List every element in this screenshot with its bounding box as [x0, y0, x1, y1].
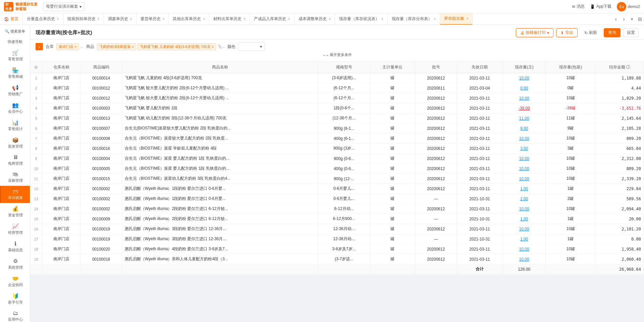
tab-close-mix[interactable]: × [130, 17, 132, 21]
search-menu-input[interactable]: 🔍 搜索菜单 [3, 28, 27, 35]
cell-unit: 罐 [370, 113, 415, 123]
tab-close-cost-adjust[interactable]: × [329, 17, 331, 21]
tab-close-current[interactable]: × [628, 13, 636, 25]
sidebar-item-wholesale[interactable]: 📦 批发管理 [0, 134, 30, 152]
cell-batch: 20200612 [415, 93, 457, 103]
tab-material-outbound[interactable]: 材料出库单历史 × [209, 13, 250, 25]
message-button[interactable]: ✉ 消息 [572, 4, 585, 9]
product-tag-close-0[interactable]: × [132, 45, 134, 49]
cell-amount: 809.20 [596, 133, 644, 144]
sidebar-item-retail-mall[interactable]: 🏪 零售商城 [0, 64, 30, 82]
tab-close-inventory-status[interactable]: × [381, 17, 383, 21]
enterprise-icon: 🤝 [12, 275, 19, 282]
tab-split-inventory[interactable]: 分量盘点单历史 × [23, 13, 63, 25]
cell-qty-main[interactable]: 10.00 [503, 93, 546, 103]
cell-qty-main[interactable]: 10.00 [503, 224, 546, 234]
search-menu-button[interactable]: 🔍 搜索菜单 [0, 25, 30, 38]
warehouse-tag-close-0[interactable]: × [74, 45, 76, 49]
sidebar-item-finance[interactable]: 💰 资金管理 [0, 203, 30, 220]
tab-cost-adjust[interactable]: 成本调整单历史 × [294, 13, 335, 25]
cell-qty-main[interactable]: 10.00 [503, 133, 546, 144]
sidebar-item-new-guide[interactable]: 🔰 新手引导 [0, 290, 30, 308]
query-button[interactable]: 查询 [604, 28, 621, 37]
tab-inventory-status[interactable]: 现存量（库存状况表） × [335, 13, 388, 25]
sidebar-item-retail[interactable]: 🛒 零售管理 [0, 47, 30, 64]
print-button[interactable]: 🖨 按模板打印 ▾ [516, 28, 553, 37]
sidebar-item-system[interactable]: ⚙ 系统管理 [0, 255, 30, 273]
industry-selector[interactable]: 母婴行业演示账套 ▾ [43, 2, 85, 11]
settings-button[interactable]: 设置 [623, 28, 639, 37]
product-tag-close-1[interactable]: × [212, 45, 214, 49]
user-avatar[interactable]: Ea demo2 [617, 2, 640, 11]
cell-name: 惠氏启醒（Wyeth illuma）1段奶粉 爱尔兰进口 0-6月婴... [122, 194, 318, 204]
cell-name: 合生元（BIOSTIME）派星较大婴儿配方奶粉 2段 乳铁蛋... [122, 133, 318, 144]
sidebar-item-members[interactable]: 👥 会员中心 [0, 99, 30, 117]
cell-qty-main[interactable]: 10.00 [503, 244, 546, 254]
cell-qty-main[interactable]: 3.00 [503, 144, 546, 154]
cell-qty-main[interactable]: 1.00 [503, 184, 546, 194]
cell-qty-main[interactable]: 10.00 [503, 174, 546, 184]
cell-qty-main[interactable]: 10.00 [503, 73, 546, 83]
expand-more-button[interactable]: ⌄⌄ 展开更多条件 [36, 51, 639, 59]
cell-name: 飞鹤星飞帆 幼儿配方奶粉 3段(12-36个月幼儿适用) 700克 [122, 113, 318, 123]
cell-expire: 2021-03-11 [457, 224, 502, 234]
tab-home[interactable]: 🏠 首页 [0, 13, 23, 25]
sidebar-item-ecommerce[interactable]: 🖥 电商管理 [0, 152, 30, 169]
tab-close-material-outbound[interactable]: × [244, 17, 246, 21]
cell-qty-main[interactable]: 10.00 [503, 154, 546, 164]
sidebar-item-operations[interactable]: 📈 经营管理 [0, 220, 30, 238]
sidebar-item-marketing[interactable]: 📢 营销推广 [0, 82, 30, 99]
sidebar-item-enterprise[interactable]: 🤝 企业协同 [0, 273, 30, 290]
tab-nav-left[interactable]: ‹ [612, 13, 620, 25]
cell-qty-pack: 9罐 [546, 123, 596, 133]
product-tag-1[interactable]: 飞鹤星飞帆 儿童奶粉 4段(3-6岁适用) 700克 × [138, 43, 216, 50]
tab-requisition[interactable]: 要货单历史 × [137, 13, 169, 25]
tab-menu[interactable]: ⊟ [636, 13, 644, 25]
column-settings-icon[interactable]: ⚙ [34, 65, 38, 70]
sidebar-item-purchase[interactable]: 🛍 采购管理 [0, 169, 30, 186]
tab-inventory-distribution[interactable]: 现存量（库存分布表） × [388, 13, 440, 25]
filter-expand-button[interactable]: › [36, 43, 43, 50]
product-ellipsis[interactable]: 飞... [217, 44, 225, 50]
tab-other-outbound[interactable]: 其他出库单历史 × [169, 13, 209, 25]
cell-qty-main[interactable]: 0.00 [503, 83, 546, 93]
sidebar-item-app-center[interactable]: 🗂 应用中心 [0, 308, 30, 322]
cell-qty-main[interactable]: 1.00 [503, 234, 546, 244]
tab-close-split-inventory[interactable]: × [57, 17, 59, 21]
table-container[interactable]: ⚙ 仓库名称 商品编码 商品名称 规格型号 主计量单位 批号 失效日期 现存量(… [30, 62, 644, 322]
cell-qty-main[interactable]: 10.00 [503, 164, 546, 174]
export-button[interactable]: ⬇ 导出 [556, 28, 578, 37]
tab-production-inbound[interactable]: 产成品入库单历史 × [250, 13, 294, 25]
sidebar-item-basics[interactable]: ℹ 基础信息 [0, 238, 30, 255]
tab-close-batch-voucher[interactable]: × [466, 17, 468, 20]
sidebar-item-retail-stats[interactable]: 📊 零售统计 [0, 117, 30, 134]
cell-qty-main[interactable]: 10.00 [503, 254, 546, 264]
tab-close-production-inbound[interactable]: × [288, 17, 290, 21]
cell-qty-main[interactable]: 11.00 [503, 113, 546, 123]
cell-qty-main[interactable]: 1.00 [503, 214, 546, 224]
tab-close-disassemble[interactable]: × [98, 17, 100, 21]
tab-batch-voucher[interactable]: 库存批次账 × [440, 13, 473, 25]
color-select-button[interactable]: ▾ [238, 42, 265, 51]
tab-nav-right[interactable]: › [620, 13, 628, 25]
refresh-button[interactable]: ↻ 刷新 [580, 29, 601, 37]
col-settings[interactable]: ⚙ [30, 62, 42, 73]
product-tag-0[interactable]: 飞鹤奶粉3段两提装 × [97, 43, 136, 50]
tab-mix[interactable]: 调拨单历史 × [104, 13, 137, 25]
app-download-button[interactable]: 📱 App下载 [590, 4, 611, 9]
chevron-down-icon: ▾ [260, 44, 262, 49]
warehouse-tag-0[interactable]: 南岸门店 × [56, 43, 79, 50]
tab-close-inventory-distribution[interactable]: × [434, 17, 436, 21]
cell-qty-main[interactable]: 9.00 [503, 123, 546, 133]
sidebar-item-inventory[interactable]: 🗃 库存核算 [0, 186, 30, 203]
cell-qty-main[interactable]: -39.00 [503, 103, 546, 113]
tab-close-requisition[interactable]: × [163, 17, 165, 21]
quick-nav-button[interactable]: 快捷导航 [0, 38, 30, 46]
message-icon: ✉ [572, 4, 575, 9]
warehouse-ellipsis[interactable]: ... [80, 44, 84, 49]
table-row: 5 南岸门店 00100013 飞鹤星飞帆 幼儿配方奶粉 3段(12-36个月幼… [30, 113, 644, 123]
tab-disassemble[interactable]: 组装拆卸单历史 × [63, 13, 104, 25]
cell-qty-main[interactable]: 10.00 [503, 204, 546, 214]
tab-close-other-outbound[interactable]: × [203, 17, 205, 21]
cell-qty-main[interactable]: 2.00 [503, 194, 546, 204]
